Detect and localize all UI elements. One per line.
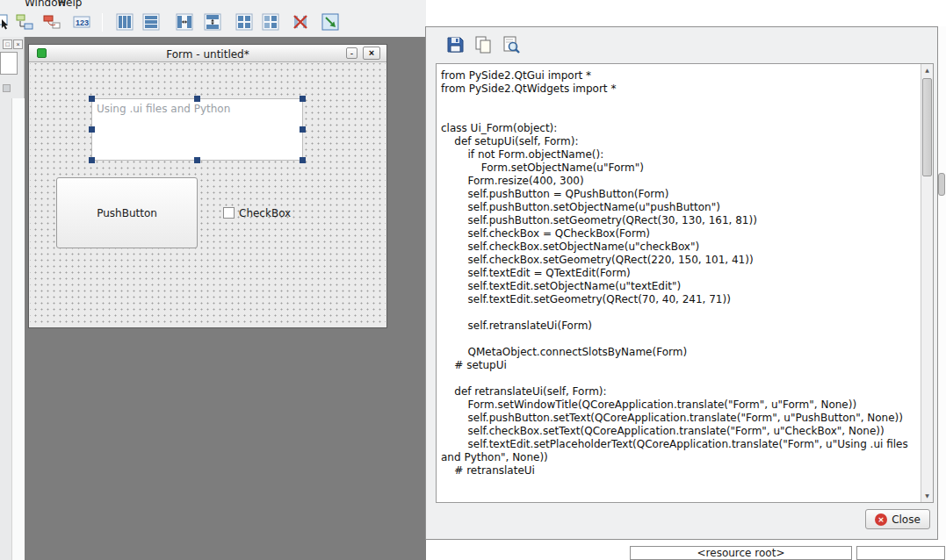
- widget-list-area[interactable]: [11, 98, 25, 560]
- layout-horizontal-splitter-button[interactable]: [174, 11, 197, 33]
- layout-grid-button[interactable]: [234, 11, 256, 33]
- widget-filter-input[interactable]: [0, 52, 18, 75]
- adjust-size-button[interactable]: [320, 11, 343, 33]
- layout-form-button[interactable]: [260, 11, 283, 33]
- code-text[interactable]: from PySide2.QtGui import * from PySide2…: [437, 64, 921, 502]
- layout-vertically-icon: [141, 12, 161, 32]
- layout-form-icon: [261, 12, 280, 32]
- selection-handle-w[interactable]: [89, 126, 95, 133]
- widget-category-icon: [3, 84, 11, 92]
- qt-designer-screen: Window Help 123: [0, 0, 946, 560]
- selection-handle-sw[interactable]: [89, 157, 95, 163]
- top-chrome: Window Help 123: [0, 0, 426, 37]
- layout-horizontally-button[interactable]: [114, 11, 137, 33]
- dialog-close-button[interactable]: × Close: [865, 509, 930, 529]
- layout-vertically-button[interactable]: [141, 11, 163, 33]
- selection-handle-nw[interactable]: [89, 96, 95, 102]
- edit-signals-slots-button[interactable]: [14, 11, 37, 33]
- layout-vertical-splitter-button[interactable]: [202, 11, 225, 33]
- checkbox-widget[interactable]: CheckBox: [223, 195, 312, 231]
- layout-horizontally-icon: [115, 12, 134, 32]
- python-code-dialog: from PySide2.QtGui import * from PySide2…: [425, 26, 938, 540]
- break-layout-icon: [291, 12, 310, 32]
- scrollbar-thumb[interactable]: [922, 78, 932, 176]
- selection-handle-ne[interactable]: [300, 96, 306, 102]
- edit-buddies-button[interactable]: [41, 11, 64, 33]
- menu-help[interactable]: Help: [58, 0, 82, 9]
- dock-scrollbar-thumb[interactable]: [938, 173, 945, 196]
- float-icon: □: [5, 41, 9, 47]
- checkbox-indicator[interactable]: [223, 207, 235, 219]
- copy-button[interactable]: [471, 32, 495, 57]
- form-editor-window[interactable]: Form - untitled* - × Using .ui files and…: [28, 44, 387, 328]
- adjust-size-icon: [321, 12, 340, 32]
- textedit-placeholder: Using .ui files and Python: [97, 103, 230, 115]
- textedit-widget[interactable]: Using .ui files and Python: [91, 98, 303, 161]
- minimize-button[interactable]: -: [346, 47, 357, 59]
- layout-grid-icon: [235, 12, 254, 32]
- scroll-down-icon[interactable]: ▼: [921, 490, 933, 502]
- selection-handle-se[interactable]: [300, 157, 306, 163]
- code-scrollbar[interactable]: ▲ ▼: [921, 64, 933, 502]
- checkbox-label: CheckBox: [239, 207, 291, 219]
- code-view[interactable]: from PySide2.QtGui import * from PySide2…: [436, 63, 934, 503]
- scroll-up-icon[interactable]: ▲: [921, 64, 933, 76]
- pushbutton-label: PushButton: [97, 207, 157, 219]
- form-icon: [37, 48, 47, 58]
- close-button-label: Close: [892, 513, 921, 526]
- break-layout-button[interactable]: [290, 11, 313, 33]
- find-button[interactable]: [499, 32, 524, 57]
- edit-buddies-icon: [42, 12, 61, 32]
- close-icon: ×: [16, 41, 19, 47]
- svg-text:123: 123: [76, 18, 89, 27]
- pushbutton-widget[interactable]: PushButton: [56, 177, 198, 248]
- layout-vertical-splitter-icon: [203, 12, 222, 32]
- mdi-area: Form - untitled* - × Using .ui files and…: [25, 37, 426, 560]
- edit-tab-order-icon: 123: [72, 12, 91, 32]
- resource-root-item[interactable]: <resource root>: [630, 546, 852, 560]
- selection-handle-n[interactable]: [194, 96, 200, 102]
- save-icon: [444, 34, 466, 55]
- window-close-button[interactable]: ×: [363, 47, 380, 60]
- close-circle-icon: ×: [875, 513, 887, 526]
- form-window-title: Form - untitled*: [166, 48, 249, 61]
- resource-side-panel: [856, 546, 945, 560]
- edit-widgets-icon: [0, 12, 13, 32]
- toolbar-separator: [102, 13, 103, 32]
- form-window-titlebar[interactable]: Form - untitled* - ×: [29, 45, 386, 62]
- layout-horizontal-splitter-icon: [175, 12, 194, 32]
- edit-signals-slots-icon: [15, 12, 34, 32]
- dock-float-button[interactable]: □: [3, 39, 12, 49]
- selection-handle-s[interactable]: [194, 157, 200, 163]
- widget-box-dock: □ ×: [0, 37, 25, 560]
- edit-tab-order-button[interactable]: 123: [71, 11, 94, 33]
- copy-icon: [473, 34, 494, 55]
- right-edge-panel: [938, 26, 946, 540]
- form-canvas[interactable]: Using .ui files and Python PushButton Ch…: [30, 63, 386, 327]
- save-button[interactable]: [443, 32, 467, 57]
- find-icon: [501, 34, 522, 55]
- selection-handle-e[interactable]: [300, 126, 306, 133]
- resource-browser-strip: <resource root>: [426, 540, 946, 560]
- dock-close-button[interactable]: ×: [13, 39, 23, 49]
